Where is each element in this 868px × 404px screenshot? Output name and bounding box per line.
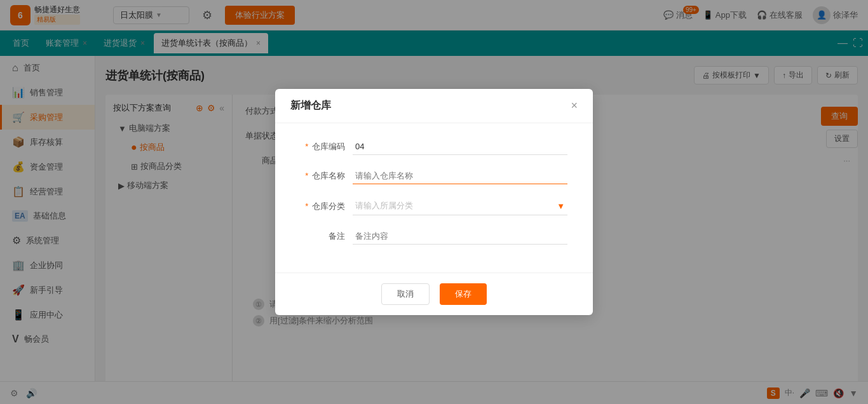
dialog-row-category: * 仓库分类 请输入所属分类 ▼ [301, 197, 567, 215]
code-input[interactable] [353, 138, 567, 155]
dialog-body: * 仓库编码 * 仓库名称 * 仓库分类 请输入所属 [275, 123, 593, 273]
cancel-button[interactable]: 取消 [381, 283, 430, 305]
dialog-footer: 取消 保存 [275, 273, 593, 315]
name-input[interactable] [353, 168, 567, 184]
dialog-close-button[interactable]: × [571, 99, 578, 112]
category-required-mark: * [305, 201, 308, 211]
code-label: * 仓库编码 [301, 141, 345, 152]
note-input[interactable] [353, 228, 567, 245]
required-mark: * [305, 142, 308, 151]
dialog-row-code: * 仓库编码 [301, 138, 567, 155]
dialog-row-note: 备注 [301, 228, 567, 245]
dialog-title: 新增仓库 [290, 99, 331, 112]
dialog-header: 新增仓库 × [275, 89, 593, 123]
category-placeholder: 请输入所属分类 [355, 200, 413, 212]
note-label: 备注 [301, 231, 345, 242]
category-chevron-icon: ▼ [557, 201, 565, 211]
save-button[interactable]: 保存 [440, 283, 487, 305]
dialog: 新增仓库 × * 仓库编码 * 仓库名称 [275, 89, 593, 315]
dialog-overlay: 新增仓库 × * 仓库编码 * 仓库名称 [0, 0, 868, 404]
category-label: * 仓库分类 [301, 201, 345, 212]
category-select[interactable]: 请输入所属分类 ▼ [353, 197, 567, 215]
name-label: * 仓库名称 [301, 170, 345, 182]
name-required-mark: * [305, 171, 308, 180]
dialog-row-name: * 仓库名称 [301, 168, 567, 184]
